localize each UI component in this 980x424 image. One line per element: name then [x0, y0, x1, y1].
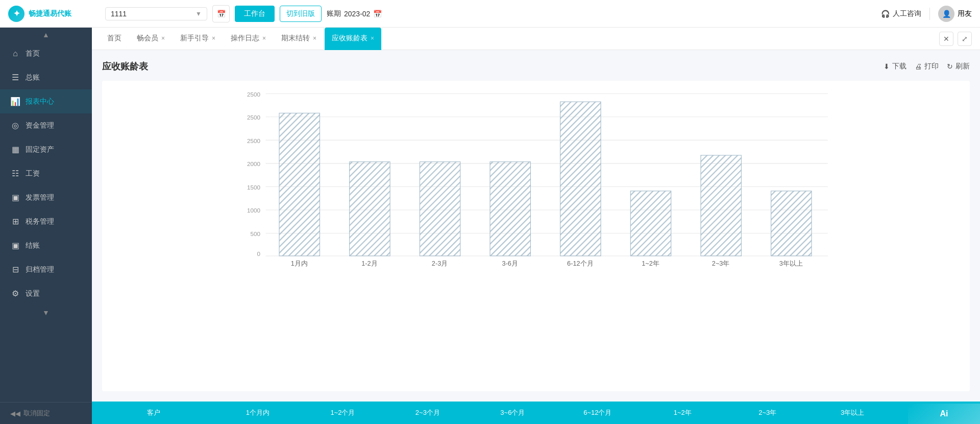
- col-1-2y: 1~2年: [640, 408, 725, 417]
- col-6-12m: 6~12个月: [555, 408, 640, 417]
- checkout-icon: ▣: [10, 241, 20, 250]
- user-area[interactable]: 👤 用友: [938, 6, 972, 22]
- sidebar-scroll-down[interactable]: ▼: [0, 305, 92, 320]
- page-title: 应收账龄表: [102, 60, 148, 73]
- tab-period-end[interactable]: 期末结转 ×: [274, 28, 324, 50]
- switch-old-button[interactable]: 切到旧版: [280, 6, 322, 22]
- svg-rect-29: [701, 155, 741, 256]
- sidebar-scroll-up[interactable]: ▲: [0, 28, 92, 42]
- tab-ar-aging[interactable]: 应收账龄表 ×: [325, 28, 381, 50]
- settings-icon: ⚙: [10, 289, 20, 298]
- print-button[interactable]: 🖨 打印: [915, 62, 939, 71]
- sidebar-item-label: 固定资产: [26, 145, 54, 154]
- svg-rect-25: [560, 102, 601, 256]
- period-calendar-icon[interactable]: 📅: [373, 10, 382, 18]
- sidebar-item-label: 首页: [26, 49, 40, 58]
- consultation-area[interactable]: 🎧 人工咨询: [881, 9, 921, 18]
- page-content: 应收账龄表 ⬇ 下载 🖨 打印 ↻ 刷新: [92, 50, 980, 402]
- sidebar-item-archive-mgmt[interactable]: ⊟ 归档管理: [0, 257, 92, 281]
- svg-text:2500: 2500: [247, 91, 260, 98]
- sidebar-item-settings[interactable]: ⚙ 设置: [0, 281, 92, 305]
- tab-close-guide[interactable]: ×: [212, 35, 215, 42]
- refresh-icon: ↻: [947, 62, 953, 70]
- workbench-button[interactable]: 工作台: [235, 6, 275, 22]
- sidebar-item-fund-mgmt[interactable]: ◎ 资金管理: [0, 113, 92, 137]
- sidebar-item-report-center[interactable]: 📊 报表中心: [0, 89, 92, 113]
- sidebar-item-home[interactable]: ⌂ 首页: [0, 42, 92, 65]
- col-customer: 客户: [92, 408, 215, 417]
- sidebar-item-label: 资金管理: [26, 121, 54, 130]
- tab-close-member[interactable]: ×: [161, 35, 165, 42]
- sidebar-item-general-ledger[interactable]: ☰ 总账: [0, 65, 92, 89]
- page-header: 应收账龄表 ⬇ 下载 🖨 打印 ↻ 刷新: [102, 60, 970, 73]
- sidebar-item-tax-mgmt[interactable]: ⊞ 税务管理: [0, 209, 92, 233]
- svg-text:2-3月: 2-3月: [432, 260, 448, 267]
- tab-home[interactable]: 首页: [100, 28, 129, 50]
- svg-rect-27: [630, 191, 671, 256]
- tab-close-all-button[interactable]: ✕: [939, 32, 953, 46]
- tab-label: 操作日志: [231, 34, 259, 43]
- svg-rect-17: [279, 113, 320, 256]
- svg-text:6-12个月: 6-12个月: [567, 260, 593, 267]
- sidebar-item-label: 税务管理: [26, 217, 54, 226]
- assets-icon: ▦: [10, 145, 20, 154]
- download-icon: ⬇: [884, 62, 890, 70]
- avatar-icon: 👤: [942, 10, 951, 18]
- chart-container: 2500 2500 2500 2000 1500 1000 500 0: [102, 81, 970, 391]
- tab-guide[interactable]: 新手引导 ×: [173, 28, 223, 50]
- download-button[interactable]: ⬇ 下载: [884, 62, 906, 71]
- print-icon: 🖨: [915, 62, 922, 70]
- sidebar-item-fixed-assets[interactable]: ▦ 固定资产: [0, 137, 92, 161]
- svg-rect-21: [420, 162, 460, 256]
- fund-icon: ◎: [10, 121, 20, 130]
- company-selector[interactable]: 1111 ▼: [105, 7, 207, 20]
- svg-text:3年以上: 3年以上: [779, 260, 803, 267]
- calendar-icon: 📅: [217, 10, 226, 18]
- tab-close-ar-aging[interactable]: ×: [371, 35, 374, 42]
- user-name: 用友: [958, 9, 972, 18]
- archive-icon: ⊟: [10, 265, 20, 274]
- svg-text:1-2月: 1-2月: [361, 260, 377, 267]
- refresh-button[interactable]: ↻ 刷新: [947, 62, 970, 71]
- tab-label: 期末结转: [281, 34, 310, 43]
- col-1m: 1个月内: [215, 408, 300, 417]
- calendar-button[interactable]: 📅: [212, 5, 230, 22]
- logo-text: 畅捷通易代账: [29, 9, 71, 18]
- tab-expand-button[interactable]: ⤢: [958, 32, 972, 46]
- cancel-fixed-button[interactable]: ◀◀ 取消固定: [0, 403, 92, 424]
- tab-close-period-end[interactable]: ×: [313, 35, 316, 42]
- home-icon: ⌂: [10, 49, 20, 58]
- sidebar: ▲ ⌂ 首页 ☰ 总账 📊 报表中心 ◎ 资金管理 ▦ 固定资产 ☷ 工资 ▣ …: [0, 28, 92, 424]
- svg-text:2500: 2500: [247, 114, 260, 121]
- tab-oplog[interactable]: 操作日志 ×: [224, 28, 273, 50]
- svg-text:2500: 2500: [247, 137, 260, 144]
- svg-text:1500: 1500: [247, 184, 260, 191]
- chevron-down-icon: ▼: [195, 10, 202, 17]
- logo-icon: ✦: [8, 6, 24, 22]
- svg-text:2~3年: 2~3年: [712, 260, 730, 267]
- ai-label: Ai: [940, 409, 948, 418]
- svg-text:1~2年: 1~2年: [642, 260, 659, 267]
- svg-text:1000: 1000: [247, 207, 260, 214]
- ai-assistant-button[interactable]: Ai: [908, 404, 980, 424]
- sidebar-item-invoice-mgmt[interactable]: ▣ 发票管理: [0, 185, 92, 209]
- tab-close-oplog[interactable]: ×: [262, 35, 266, 42]
- header-right: 🎧 人工咨询 👤 用友: [881, 6, 972, 22]
- page-actions: ⬇ 下载 🖨 打印 ↻ 刷新: [884, 62, 970, 71]
- consultation-label: 人工咨询: [893, 9, 921, 18]
- table-header: 客户 1个月内 1~2个月 2~3个月 3~6个月 6~12个月 1~2年 2~…: [92, 402, 980, 424]
- tab-member[interactable]: 畅会员 ×: [130, 28, 172, 50]
- sidebar-item-label: 发票管理: [26, 193, 54, 202]
- svg-text:3-6月: 3-6月: [502, 260, 518, 267]
- col-2-3m: 2~3个月: [385, 408, 470, 417]
- sidebar-item-payroll[interactable]: ☷ 工资: [0, 161, 92, 185]
- sidebar-item-label: 工资: [26, 169, 40, 178]
- avatar: 👤: [938, 6, 954, 22]
- report-icon: 📊: [10, 97, 20, 106]
- period-label: 账期: [327, 9, 341, 18]
- svg-rect-23: [490, 162, 530, 256]
- col-2-3y: 2~3年: [725, 408, 810, 417]
- sidebar-item-label: 设置: [26, 289, 40, 298]
- sidebar-item-checkout[interactable]: ▣ 结账: [0, 233, 92, 257]
- invoice-icon: ▣: [10, 193, 20, 202]
